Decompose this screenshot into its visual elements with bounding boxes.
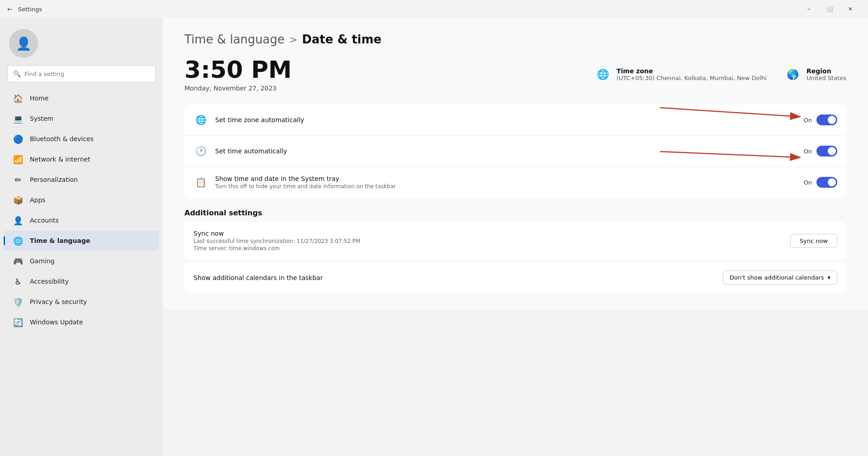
timezone-icon: 🌐 bbox=[595, 66, 611, 83]
timezone-info: 🌐 Time zone (UTC+05:30) Chennai, Kolkata… bbox=[595, 66, 767, 83]
nav-label-personalization: Personalization bbox=[30, 176, 78, 183]
page-title: Date & time bbox=[302, 33, 382, 46]
nav-label-apps: Apps bbox=[30, 196, 46, 204]
setting-state-auto-timezone: On bbox=[804, 117, 812, 124]
setting-control-auto-time: On bbox=[804, 146, 837, 157]
sidebar: 👤 🔍 🏠 Home 💻 System 🔵 Bluetooth & device… bbox=[0, 18, 163, 456]
sync-title: Sync now bbox=[193, 230, 783, 237]
setting-title-systray: Show time and date in the System tray bbox=[215, 175, 797, 182]
maximize-button[interactable]: ⬜ bbox=[819, 2, 840, 16]
nav-label-accessibility: Accessibility bbox=[30, 278, 69, 285]
nav-icon-accessibility: ♿ bbox=[13, 276, 24, 287]
sync-subtitle2: Time server: time.windows.com bbox=[193, 245, 783, 252]
setting-control-systray: On bbox=[804, 177, 837, 188]
minimize-button[interactable]: − bbox=[798, 2, 819, 16]
sidebar-item-system[interactable]: 💻 System bbox=[4, 109, 159, 128]
sidebar-item-apps[interactable]: 📦 Apps bbox=[4, 190, 159, 210]
setting-icon-auto-timezone: 🌐 bbox=[193, 113, 208, 127]
nav-label-system: System bbox=[30, 115, 53, 122]
region-icon: 🌎 bbox=[785, 66, 801, 83]
breadcrumb-parent[interactable]: Time & language bbox=[184, 33, 284, 46]
setting-title-auto-time: Set time automatically bbox=[215, 147, 797, 155]
nav-icon-network: 📶 bbox=[13, 154, 24, 165]
sidebar-item-home[interactable]: 🏠 Home bbox=[4, 88, 159, 108]
sidebar-item-accounts[interactable]: 👤 Accounts bbox=[4, 210, 159, 230]
sidebar-item-update[interactable]: 🔄 Windows Update bbox=[4, 312, 159, 332]
setting-control-auto-timezone: On bbox=[804, 114, 837, 125]
sidebar-item-time[interactable]: 🌐 Time & language bbox=[4, 231, 159, 251]
nav-icon-accounts: 👤 bbox=[13, 215, 24, 226]
setting-icon-systray: 📋 bbox=[193, 175, 208, 190]
nav-label-bluetooth: Bluetooth & devices bbox=[30, 135, 94, 142]
nav-icon-apps: 📦 bbox=[13, 195, 24, 205]
nav-label-home: Home bbox=[30, 95, 48, 102]
nav-label-network: Network & internet bbox=[30, 156, 90, 163]
nav-label-gaming: Gaming bbox=[30, 257, 55, 265]
search-box[interactable]: 🔍 bbox=[7, 65, 156, 82]
search-icon: 🔍 bbox=[13, 70, 21, 77]
nav-icon-privacy: 🛡️ bbox=[13, 296, 24, 307]
nav-label-time: Time & language bbox=[30, 237, 90, 244]
sidebar-item-personalization[interactable]: ✏️ Personalization bbox=[4, 170, 159, 190]
breadcrumb: Time & language > Date & time bbox=[184, 33, 846, 46]
calendar-row: Show additional calendars in the taskbar… bbox=[184, 262, 846, 293]
region-info: 🌎 Region United States bbox=[785, 66, 846, 83]
main-content: Time & language > Date & time 3:50 PM Mo… bbox=[163, 18, 868, 310]
nav-icon-home: 🏠 bbox=[13, 93, 24, 104]
back-icon[interactable]: ← bbox=[7, 5, 13, 13]
toggle-auto-timezone[interactable] bbox=[816, 114, 837, 125]
nav-label-accounts: Accounts bbox=[30, 217, 59, 224]
nav-label-update: Windows Update bbox=[30, 318, 83, 326]
sidebar-item-privacy[interactable]: 🛡️ Privacy & security bbox=[4, 292, 159, 312]
region-label: Region bbox=[807, 67, 846, 75]
sync-now-button[interactable]: Sync now bbox=[790, 234, 837, 248]
setting-state-auto-time: On bbox=[804, 148, 812, 155]
time-display: 3:50 PM Monday, November 27, 2023 bbox=[184, 57, 595, 92]
setting-icon-auto-time: 🕐 bbox=[193, 144, 208, 158]
close-button[interactable]: ✕ bbox=[840, 2, 861, 16]
nav-icon-time: 🌐 bbox=[13, 235, 24, 246]
nav-label-privacy: Privacy & security bbox=[30, 298, 87, 305]
nav-icon-system: 💻 bbox=[13, 113, 24, 124]
nav-icon-personalization: ✏️ bbox=[13, 174, 24, 185]
timezone-value: (UTC+05:30) Chennai, Kolkata, Mumbai, Ne… bbox=[617, 75, 767, 81]
nav-icon-bluetooth: 🔵 bbox=[13, 133, 24, 144]
setting-text-auto-timezone: Set time zone automatically bbox=[215, 116, 797, 124]
chevron-down-icon: ▾ bbox=[827, 274, 830, 281]
calendar-label: Show additional calendars in the taskbar bbox=[193, 274, 716, 281]
current-time: 3:50 PM bbox=[184, 57, 595, 83]
search-input[interactable] bbox=[24, 71, 150, 77]
region-value: United States bbox=[807, 75, 846, 81]
sidebar-item-network[interactable]: 📶 Network & internet bbox=[4, 149, 159, 169]
breadcrumb-separator: > bbox=[289, 34, 297, 45]
nav-icon-gaming: 🎮 bbox=[13, 256, 24, 266]
nav-icon-update: 🔄 bbox=[13, 317, 24, 328]
title-bar: ← Settings − ⬜ ✕ bbox=[0, 0, 868, 18]
app-title: Settings bbox=[18, 6, 42, 13]
avatar: 👤 bbox=[9, 29, 38, 58]
sidebar-item-bluetooth[interactable]: 🔵 Bluetooth & devices bbox=[4, 129, 159, 149]
sidebar-item-accessibility[interactable]: ♿ Accessibility bbox=[4, 271, 159, 291]
setting-row-systray: 📋 Show time and date in the System tray … bbox=[184, 167, 846, 198]
timezone-label: Time zone bbox=[617, 67, 767, 75]
setting-text-auto-time: Set time automatically bbox=[215, 147, 797, 155]
setting-subtitle-systray: Turn this off to hide your time and date… bbox=[215, 183, 797, 190]
window-controls: − ⬜ ✕ bbox=[798, 2, 861, 16]
sync-subtitle1: Last successful time synchronization: 11… bbox=[193, 238, 783, 244]
setting-row-auto-timezone: 🌐 Set time zone automatically On bbox=[184, 104, 846, 136]
additional-settings-title: Additional settings bbox=[184, 209, 846, 217]
sidebar-item-gaming[interactable]: 🎮 Gaming bbox=[4, 251, 159, 271]
calendar-dropdown-value: Don't show additional calendars bbox=[730, 274, 824, 281]
sidebar-nav: 🏠 Home 💻 System 🔵 Bluetooth & devices 📶 … bbox=[0, 88, 163, 332]
calendar-dropdown[interactable]: Don't show additional calendars ▾ bbox=[723, 271, 837, 285]
current-date: Monday, November 27, 2023 bbox=[184, 85, 595, 92]
sync-now-row: Sync now Last successful time synchroniz… bbox=[184, 222, 846, 260]
setting-title-auto-timezone: Set time zone automatically bbox=[215, 116, 797, 124]
toggle-auto-time[interactable] bbox=[816, 146, 837, 157]
time-header: 3:50 PM Monday, November 27, 2023 🌐 Time… bbox=[184, 57, 846, 92]
setting-text-systray: Show time and date in the System tray Tu… bbox=[215, 175, 797, 190]
user-avatar-section: 👤 bbox=[0, 18, 163, 65]
time-info: 🌐 Time zone (UTC+05:30) Chennai, Kolkata… bbox=[595, 66, 846, 83]
toggle-systray[interactable] bbox=[816, 177, 837, 188]
setting-row-auto-time: 🕐 Set time automatically On bbox=[184, 136, 846, 167]
